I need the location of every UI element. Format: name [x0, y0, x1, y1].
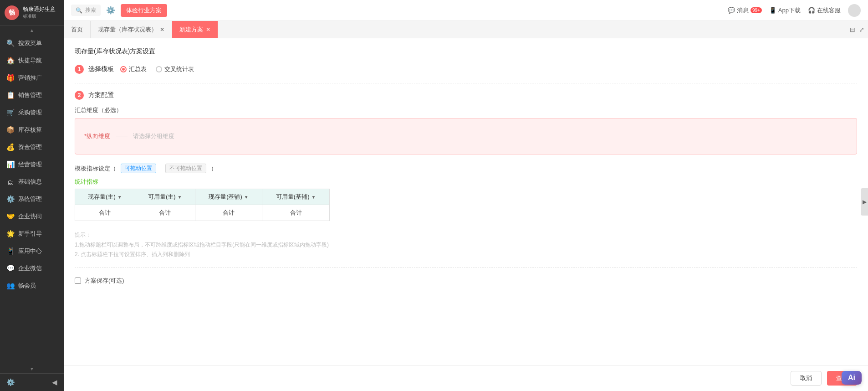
- non-draggable-tag: 不可拖动位置: [165, 164, 206, 173]
- headset-icon: 🎧: [808, 7, 815, 14]
- tab-expand-icon[interactable]: ⤢: [859, 26, 864, 33]
- topbar-gear-icon[interactable]: ⚙️: [106, 6, 115, 15]
- step2-number: 2: [75, 91, 84, 100]
- search-icon: 🔍: [6, 39, 15, 47]
- gift-icon: 🎁: [6, 74, 15, 82]
- sidebar-item-label: 基础信息: [18, 178, 42, 186]
- col-header-0[interactable]: 现存量(主) ▼: [75, 189, 135, 205]
- step1-number: 1: [75, 65, 84, 74]
- trial-button[interactable]: 体验行业方案: [121, 4, 167, 17]
- sidebar-item-wechat[interactable]: 💬 企业微信: [0, 260, 64, 277]
- star-icon: 🌟: [6, 230, 15, 238]
- draggable-tag: 可拖动位置: [121, 164, 156, 173]
- settings-footer-icon[interactable]: ⚙️: [6, 378, 15, 386]
- sidebar-item-label: 企业协同: [18, 212, 42, 221]
- customer-service-item[interactable]: 🎧 在线客服: [808, 6, 841, 15]
- sidebar-item-system[interactable]: ⚙️ 系统管理: [0, 190, 64, 208]
- sidebar-scroll-down[interactable]: ▼: [0, 365, 64, 373]
- col-dropdown-1[interactable]: 可用量(主) ▼: [148, 193, 182, 201]
- radio-cross-label: 交叉统计表: [164, 65, 194, 73]
- dimension-placeholder: 请选择分组维度: [133, 132, 174, 140]
- main-area: 🔍 搜索 ⚙️ 体验行业方案 💬 消息 99+ 📱 App下载 🎧 在线客服: [64, 0, 868, 391]
- col-header-1[interactable]: 可用量(主) ▼: [135, 189, 195, 205]
- app-version: 标准版: [23, 13, 56, 20]
- topbar: 🔍 搜索 ⚙️ 体验行业方案 💬 消息 99+ 📱 App下载 🎧 在线客服: [64, 0, 868, 21]
- panel-title: 现存量(库存状况表)方案设置: [75, 47, 857, 56]
- cancel-button[interactable]: 取消: [791, 371, 822, 386]
- app-name: 畅康通好生意: [23, 6, 56, 13]
- tab-inventory-close-icon[interactable]: ✕: [160, 26, 164, 33]
- indicator-settings: 模板指标设定（ 可拖动位置 不可拖动位置 ） 统计指标 现存量(主: [75, 164, 857, 221]
- save-checkbox[interactable]: [75, 278, 81, 284]
- app-download-label: App下载: [778, 6, 801, 15]
- gear-icon: ⚙️: [6, 195, 15, 203]
- stats-table: 现存量(主) ▼ 可用量(主) ▼: [75, 189, 330, 221]
- sidebar-item-label: 快捷导航: [18, 57, 42, 65]
- sales-icon: 📋: [6, 91, 15, 99]
- col-header-2[interactable]: 现存量(基辅) ▼: [195, 189, 262, 205]
- sidebar-item-label: 系统管理: [18, 195, 42, 203]
- sidebar-scroll-up[interactable]: ▲: [0, 26, 64, 35]
- search-icon: 🔍: [76, 7, 82, 14]
- col-dropdown-2[interactable]: 现存量(基辅) ▼: [209, 193, 249, 201]
- sidebar-item-label: 销售管理: [18, 91, 42, 99]
- message-item[interactable]: 💬 消息 99+: [728, 6, 762, 15]
- message-label: 消息: [737, 6, 749, 15]
- logo-icon: 畅: [5, 5, 19, 20]
- ai-badge[interactable]: Ai: [842, 371, 862, 385]
- tab-minimize-icon[interactable]: ⊟: [850, 26, 855, 33]
- radio-summary[interactable]: 汇总表: [120, 65, 147, 73]
- tab-new-plan[interactable]: 新建方案 ✕: [172, 21, 218, 38]
- tab-inventory-label: 现存量（库存状况表）: [98, 26, 157, 34]
- sidebar-item-label: 营销推广: [18, 74, 42, 82]
- dimension-required-label: 汇总维度（必选）: [75, 106, 857, 114]
- sidebar-item-cooperation[interactable]: 🤝 企业协同: [0, 208, 64, 225]
- sidebar-item-label: 经营管理: [18, 160, 42, 169]
- col-label-0: 现存量(主): [88, 193, 116, 201]
- col-dropdown-3[interactable]: 可用量(基辅) ▼: [276, 193, 316, 201]
- chart-icon: 📊: [6, 160, 15, 169]
- tab-inventory-status[interactable]: 现存量（库存状况表） ✕: [91, 21, 172, 38]
- sidebar-item-search-menu[interactable]: 🔍 搜索菜单: [0, 35, 64, 52]
- dimension-box[interactable]: *纵向维度 —— 请选择分组维度: [75, 118, 857, 154]
- cell-0-2: 合计: [195, 205, 262, 221]
- user-avatar[interactable]: [848, 4, 861, 17]
- tab-home[interactable]: 首页: [64, 21, 91, 38]
- col-header-3[interactable]: 可用量(基辅) ▼: [262, 189, 330, 205]
- app-download-item[interactable]: 📱 App下载: [769, 6, 801, 15]
- template-radio-group: 汇总表 交叉统计表: [120, 65, 194, 73]
- sidebar-item-inventory[interactable]: 📦 库存核算: [0, 121, 64, 139]
- step2-title: 方案配置: [88, 91, 114, 99]
- tip-item-0: 1.拖动标题栏可以调整布局，不可跨维度或指标区域拖动栏目字段(只能在同一维度或指…: [75, 240, 857, 250]
- table-header-row: 现存量(主) ▼ 可用量(主) ▼: [75, 189, 330, 205]
- step-divider-2: [75, 267, 857, 268]
- step-divider-1: [75, 83, 857, 83]
- right-collapse-handle[interactable]: ▶: [861, 188, 868, 216]
- col-label-3: 可用量(基辅): [276, 193, 310, 201]
- indicator-close-paren: ）: [211, 165, 217, 173]
- sidebar-item-sales[interactable]: 📋 销售管理: [0, 87, 64, 104]
- sidebar-item-operations[interactable]: 📊 经营管理: [0, 156, 64, 173]
- collapse-icon[interactable]: ◀: [52, 378, 57, 386]
- sidebar-item-member[interactable]: 👥 畅会员: [0, 277, 64, 294]
- tabbar: 首页 现存量（库存状况表） ✕ 新建方案 ✕ ⊟ ⤢: [64, 21, 868, 38]
- sidebar-item-basic[interactable]: 🗂 基础信息: [0, 173, 64, 190]
- search-bar[interactable]: 🔍 搜索: [71, 5, 101, 16]
- message-badge: 99+: [751, 7, 762, 13]
- tab-new-plan-close-icon[interactable]: ✕: [206, 26, 210, 33]
- handshake-icon: 🤝: [6, 212, 15, 221]
- sidebar-item-purchase[interactable]: 🛒 采购管理: [0, 104, 64, 121]
- save-option: 方案保存(可选): [75, 277, 857, 285]
- sidebar-item-quick-nav[interactable]: 🏠 快捷导航: [0, 52, 64, 69]
- radio-cross[interactable]: 交叉统计表: [156, 65, 194, 73]
- sidebar-item-app-center[interactable]: 📱 应用中心: [0, 242, 64, 260]
- topbar-right: 💬 消息 99+ 📱 App下载 🎧 在线客服: [728, 4, 861, 17]
- customer-service-label: 在线客服: [817, 6, 841, 15]
- sidebar-item-marketing[interactable]: 🎁 营销推广: [0, 69, 64, 87]
- search-placeholder: 搜索: [85, 6, 96, 14]
- cell-0-3: 合计: [262, 205, 330, 221]
- radio-summary-label: 汇总表: [129, 65, 147, 73]
- col-dropdown-0[interactable]: 现存量(主) ▼: [88, 193, 122, 201]
- sidebar-item-finance[interactable]: 💰 资金管理: [0, 139, 64, 156]
- sidebar-item-guide[interactable]: 🌟 新手引导: [0, 225, 64, 242]
